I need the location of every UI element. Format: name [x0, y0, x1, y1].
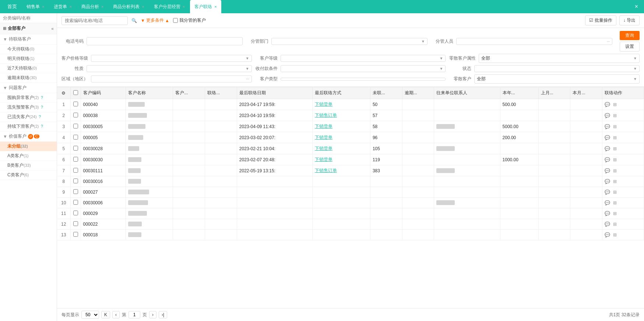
- filter-search-icon[interactable]: 🔍: [131, 18, 137, 23]
- row-last-method[interactable]: 下销售订单: [312, 165, 370, 176]
- row-last-method[interactable]: 下销货单: [312, 121, 370, 132]
- nav-tab-product-analysis[interactable]: 商品分析 ×: [77, 0, 108, 13]
- message-icon[interactable]: 💬: [605, 124, 610, 129]
- last-page-btn[interactable]: ›|: [159, 311, 167, 318]
- row-checkbox[interactable]: [70, 165, 81, 176]
- close-sales-tab[interactable]: ×: [42, 4, 44, 9]
- sidebar-collapse-icon[interactable]: «: [51, 26, 54, 31]
- sidebar-item-7days-pending[interactable]: 近7天待联络(0): [0, 64, 57, 73]
- query-btn[interactable]: 查询: [620, 31, 640, 40]
- row-checkbox[interactable]: [70, 143, 81, 154]
- price-level-select[interactable]: ▼: [91, 55, 252, 62]
- message-icon[interactable]: 💬: [605, 168, 610, 173]
- problem-customers-group[interactable]: ▼ 问题客户: [0, 83, 57, 93]
- first-page-btn[interactable]: K: [101, 311, 110, 318]
- grid-action-icon[interactable]: ⊞: [613, 113, 617, 118]
- row-checkbox[interactable]: [70, 99, 81, 110]
- grid-action-icon[interactable]: ⊞: [613, 157, 617, 162]
- manager-select[interactable]: ···: [456, 38, 612, 45]
- filter-search-input[interactable]: [61, 16, 128, 25]
- value-customers-group[interactable]: ▼ 价值客户 ↺ C: [0, 131, 57, 142]
- reset-btn[interactable]: 设置: [620, 42, 640, 52]
- all-customers-header[interactable]: ⊞ 全部客户 «: [0, 23, 57, 34]
- grid-action-icon[interactable]: ⊞: [613, 124, 617, 129]
- message-icon[interactable]: 💬: [605, 113, 610, 118]
- status-select[interactable]: ▼: [474, 65, 640, 72]
- grid-action-icon[interactable]: ⊞: [613, 200, 617, 205]
- last-method-link[interactable]: 下销售订单: [315, 113, 337, 118]
- message-icon[interactable]: 💬: [605, 200, 610, 205]
- select-all-checkbox-header[interactable]: [70, 87, 81, 99]
- sidebar-item-b-class[interactable]: B类客户(33): [0, 161, 57, 170]
- grid-action-icon[interactable]: ⊞: [613, 135, 617, 140]
- my-customers-filter[interactable]: 我分管的客户: [173, 17, 206, 24]
- row-last-method[interactable]: [312, 198, 370, 208]
- row-last-method[interactable]: [312, 208, 370, 219]
- phone-input[interactable]: [87, 37, 243, 45]
- row-checkbox[interactable]: [70, 132, 81, 143]
- row-last-method[interactable]: [312, 230, 370, 240]
- customer-type-select[interactable]: [281, 78, 446, 81]
- last-method-link[interactable]: 下销货单: [315, 157, 332, 162]
- close-product-list-tab[interactable]: ×: [142, 4, 144, 9]
- message-icon[interactable]: 💬: [605, 102, 610, 107]
- region-select[interactable]: ···: [91, 75, 252, 82]
- row-checkbox[interactable]: [70, 121, 81, 132]
- grid-action-icon[interactable]: ⊞: [613, 102, 617, 107]
- grid-action-icon[interactable]: ⊞: [613, 190, 617, 195]
- row-last-method[interactable]: [312, 219, 370, 230]
- nav-home[interactable]: 首页: [3, 0, 21, 13]
- sidebar-item-churn-warning[interactable]: 流失预警客户(3) ?: [0, 103, 57, 112]
- nav-tab-customer-contact[interactable]: 客户联络 ×: [190, 0, 221, 13]
- sidebar-item-overdue-pending[interactable]: 逾期未联络(30): [0, 73, 57, 83]
- prev-page-btn[interactable]: ‹: [112, 311, 120, 318]
- message-icon[interactable]: 💬: [605, 146, 610, 151]
- zero-attr-select[interactable]: 全部▼: [479, 54, 640, 63]
- message-icon[interactable]: 💬: [605, 211, 610, 216]
- last-method-link[interactable]: 下销售订单: [315, 168, 337, 173]
- sidebar-item-hoarding[interactable]: 囤购异常客户(2) ?: [0, 93, 57, 103]
- nav-tab-customer-tier[interactable]: 客户分层经营 ×: [149, 0, 189, 13]
- export-btn[interactable]: ↓ 导出: [619, 15, 640, 25]
- page-number-input[interactable]: [129, 311, 140, 318]
- row-last-method[interactable]: [312, 187, 370, 198]
- row-last-method[interactable]: 下销货单: [312, 99, 370, 110]
- grid-action-icon[interactable]: ⊞: [613, 211, 617, 216]
- sidebar-item-ungroped[interactable]: 未分组(32): [0, 142, 57, 151]
- row-checkbox[interactable]: [70, 230, 81, 240]
- per-page-select[interactable]: 50: [81, 311, 99, 319]
- customer-level-select[interactable]: ▼: [281, 55, 446, 62]
- dept-select[interactable]: ▼: [271, 38, 427, 45]
- my-customers-checkbox[interactable]: [173, 18, 178, 23]
- grid-action-icon[interactable]: ⊞: [613, 232, 617, 237]
- row-checkbox[interactable]: [70, 176, 81, 187]
- sidebar-item-today-pending[interactable]: 今天待联络(0): [0, 45, 57, 54]
- sidebar-item-c-class[interactable]: C类客户(6): [0, 170, 57, 180]
- message-icon[interactable]: 💬: [605, 157, 610, 162]
- message-icon[interactable]: 💬: [605, 222, 610, 227]
- zero-customer-select[interactable]: 全部▼: [474, 74, 640, 84]
- sidebar-item-a-class[interactable]: A类客户(1): [0, 151, 57, 161]
- column-settings-btn[interactable]: ⚙: [57, 87, 70, 99]
- message-icon[interactable]: 💬: [605, 179, 610, 184]
- message-icon[interactable]: 💬: [605, 190, 610, 195]
- close-customer-contact-tab[interactable]: ×: [214, 4, 217, 9]
- more-conditions-btn[interactable]: ▼ 更多条件 ▲: [141, 17, 169, 24]
- row-checkbox[interactable]: [70, 208, 81, 219]
- close-purchase-tab[interactable]: ×: [69, 4, 71, 9]
- nav-tab-purchase[interactable]: 进货单 ×: [49, 0, 76, 13]
- window-close-button[interactable]: ×: [632, 3, 641, 10]
- row-last-method[interactable]: 下销售订单: [312, 110, 370, 121]
- grid-action-icon[interactable]: ⊞: [613, 146, 617, 151]
- grid-action-icon[interactable]: ⊞: [613, 168, 617, 173]
- close-product-tab[interactable]: ×: [101, 4, 103, 9]
- row-last-method[interactable]: 下销货单: [312, 154, 370, 165]
- grid-action-icon[interactable]: ⊞: [613, 222, 617, 227]
- last-method-link[interactable]: 下销货单: [315, 135, 332, 140]
- sidebar-item-tomorrow-pending[interactable]: 明天待联络(1): [0, 54, 57, 64]
- message-icon[interactable]: 💬: [605, 232, 610, 237]
- row-last-method[interactable]: 下销货单: [312, 132, 370, 143]
- pending-customers-group[interactable]: ▼ 待联络客户: [0, 34, 57, 45]
- row-checkbox[interactable]: [70, 219, 81, 230]
- value-refresh-icon[interactable]: ↺: [28, 134, 33, 139]
